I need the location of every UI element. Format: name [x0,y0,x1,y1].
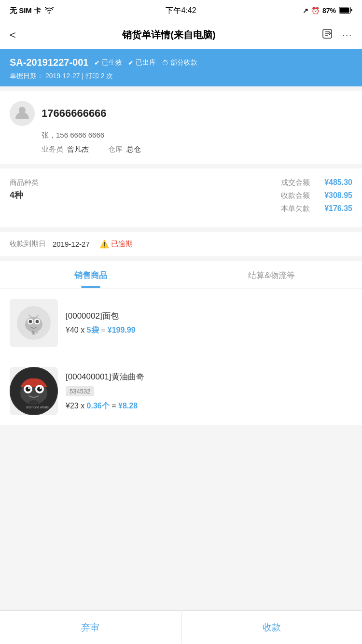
cookie-multiply: x [81,402,86,410]
staff-warehouse-row: 业务员 曾凡杰 仓库 总仓 [42,145,352,154]
status-time: 下午4:42 [166,6,196,16]
warehouse-item: 仓库 总仓 [108,145,141,154]
staff-label: 业务员 [42,145,63,154]
debt-value: ¥176.35 [324,204,352,213]
nav-bar: < 销货单详情(来自电脑) ··· [0,21,362,49]
amounts-info: 成交金额 ¥485.30 收款金额 ¥308.95 本单欠款 ¥176.35 [281,178,352,217]
nav-right-actions: ··· [322,28,352,42]
badge-activated: ✔ 已生效 [94,58,122,67]
product-sku-cookie: 534532 [66,386,94,396]
product-price-cookie: ¥23 x 0.36个 = ¥8.28 [66,401,352,411]
collected-amount-row: 收款金额 ¥308.95 [281,191,352,200]
product-name-bread: [0000002]面包 [66,310,352,322]
location-icon: ↗ [303,7,308,14]
product-image-cookie: diamond whale [10,367,58,415]
list-item: 鱼+ [0000002]面包 ¥40 x 5袋 = ¥199.99 [0,289,362,357]
cookie-qty: 0.36个 [87,402,110,410]
cookie-equals: = [111,402,118,410]
collected-value: ¥308.95 [324,191,352,200]
bread-placeholder: 鱼+ [10,299,58,347]
product-type-info: 商品种类 4种 [10,178,39,201]
debt-label: 本单欠款 [281,204,310,213]
more-icon[interactable]: ··· [342,30,352,40]
status-left: 无 SIM 卡 [10,6,54,15]
tab-sales-products-label: 销售商品 [74,271,107,280]
badge-shipped-label: 已出库 [136,58,156,67]
cookie-total: ¥8.28 [118,402,138,410]
order-id: SA-20191227-001 [10,57,88,68]
bread-total: ¥199.99 [108,326,136,334]
debt-row: 本单欠款 ¥176.35 [281,204,352,213]
customer-contact: 张，156 6666 6666 [42,131,352,140]
type-value: 4种 [10,189,39,201]
status-right: ↗ ⏰ 87% [303,7,352,15]
bread-multiply: x [81,326,86,334]
bottom-bar: 弃审 收款 [0,610,362,644]
cookie-price: ¥23 [66,402,79,410]
check-icon-1: ✔ [94,59,100,67]
badge-shipped: ✔ 已出库 [128,58,156,67]
svg-text:鱼+: 鱼+ [31,330,38,335]
deal-amount-value: ¥485.30 [324,178,352,187]
order-header-banner: SA-20191227-001 ✔ 已生效 ✔ 已出库 ⏱ 部分收款 单据日期：… [0,49,362,86]
tab-settlement-logistics[interactable]: 结算&物流等 [181,261,362,288]
collected-label: 收款金额 [281,191,310,200]
bread-equals: = [101,326,108,334]
staff-name: 曾凡杰 [67,145,89,154]
order-date-info: 单据日期： 2019-12-27 | 打印 2 次 [10,72,352,81]
customer-section: 17666666666 张，156 6666 6666 业务员 曾凡杰 仓库 总… [0,91,362,164]
svg-point-8 [29,320,32,323]
tab-sales-products[interactable]: 销售商品 [0,261,181,288]
print-info: | 打印 2 次 [82,72,113,80]
badge-partial-label: 部分收款 [170,58,197,67]
wifi-icon [45,7,54,15]
svg-text:diamond whale: diamond whale [26,406,49,409]
overdue-icon: ⚠️ [99,239,109,249]
status-badges: ✔ 已生效 ✔ 已出库 ⏱ 部分收款 [94,58,197,67]
badge-activated-label: 已生效 [102,58,122,67]
product-price-bread: ¥40 x 5袋 = ¥199.99 [66,325,352,336]
svg-point-16 [37,387,42,392]
date-label: 单据日期： [10,72,43,80]
customer-main-row: 17666666666 [10,101,352,126]
collect-payment-button[interactable]: 收款 [181,612,362,644]
summary-section: 商品种类 4种 成交金额 ¥485.30 收款金额 ¥308.95 本单欠款 ¥… [0,168,362,227]
svg-point-17 [28,387,30,389]
list-item: diamond whale [000400001]黄油曲奇 534532 ¥23… [0,357,362,425]
svg-point-9 [36,320,39,323]
deal-amount-row: 成交金额 ¥485.30 [281,178,352,187]
overdue-text: 已逾期 [111,239,133,249]
alarm-icon: ⏰ [311,7,320,14]
bread-qty: 5袋 [87,326,99,334]
battery-icon [339,7,352,15]
svg-point-18 [40,387,42,389]
cookie-image: diamond whale [10,367,58,415]
product-name-cookie: [000400001]黄油曲奇 [66,371,352,382]
back-button[interactable]: < [10,29,16,42]
customer-name: 17666666666 [42,107,107,120]
products-section: 鱼+ [0000002]面包 ¥40 x 5袋 = ¥199.99 [0,289,362,425]
due-label: 收款到期日 [10,239,46,249]
avatar [10,101,35,126]
reject-button[interactable]: 弃审 [0,612,181,644]
avatar-icon [14,104,30,123]
staff-item: 业务员 曾凡杰 [42,145,89,154]
type-label: 商品种类 [10,178,39,186]
product-image-bread: 鱼+ [10,299,58,347]
product-info-cookie: [000400001]黄油曲奇 534532 ¥23 x 0.36个 = ¥8.… [66,371,352,411]
export-icon[interactable] [322,28,333,42]
svg-point-19 [29,400,39,405]
warehouse-name: 总仓 [126,145,141,154]
tabs-section: 销售商品 结算&物流等 [0,261,362,288]
overdue-badge: ⚠️ 已逾期 [99,239,133,249]
status-bar: 无 SIM 卡 下午4:42 ↗ ⏰ 87% [0,0,362,21]
deal-amount-label: 成交金额 [281,178,310,187]
carrier-label: 无 SIM 卡 [10,6,41,15]
badge-partial-payment: ⏱ 部分收款 [162,58,197,67]
order-date: 2019-12-27 [45,72,80,80]
svg-rect-1 [340,7,349,13]
due-date: 2019-12-27 [53,240,90,248]
battery-label: 87% [322,7,336,14]
bread-price: ¥40 [66,326,79,334]
svg-point-15 [26,387,30,392]
